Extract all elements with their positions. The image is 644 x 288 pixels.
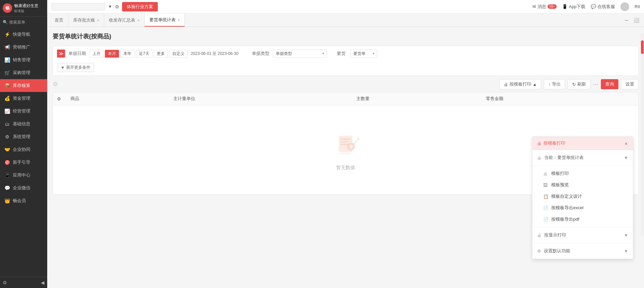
- dropdown-item-template-pdf[interactable]: 📄 按模板导出pdf: [532, 214, 633, 225]
- sidebar-item-finance[interactable]: 💰 资金管理: [0, 92, 47, 105]
- collapse-sidebar-icon[interactable]: ◀: [41, 280, 45, 285]
- date-btn-more[interactable]: 更多: [154, 50, 168, 58]
- sidebar-item-newbie[interactable]: 🎯 新手引导: [0, 156, 47, 169]
- purchase-icon: 🛒: [4, 70, 10, 75]
- date-btn-this-year[interactable]: 本年: [120, 50, 135, 58]
- display-print-item[interactable]: 🖨 按显示打印 ▼: [532, 229, 633, 241]
- trial-btn[interactable]: 体验行业方案: [122, 2, 158, 11]
- tab-close-inventory-batch[interactable]: ×: [97, 18, 99, 22]
- table-settings-icon[interactable]: ⚙: [53, 81, 58, 88]
- tab-order-stats[interactable]: 要货单统计表 ×: [145, 13, 185, 27]
- page-title: 要货单统计表(按商品): [53, 32, 639, 40]
- sidebar-item-marketing[interactable]: 📢 营销推广: [0, 41, 47, 54]
- refresh-btn[interactable]: ↻ 刷新: [568, 79, 590, 89]
- maximize-icon[interactable]: ⬜: [632, 16, 641, 24]
- sidebar-item-basic[interactable]: 🗂 基础信息: [0, 118, 47, 130]
- current-template-arrow: ▼: [624, 155, 628, 160]
- sidebar-item-enterprise[interactable]: 🤝 企业协同: [0, 143, 47, 156]
- export-btn[interactable]: ↑ 导出: [544, 79, 565, 89]
- settings-footer-icon[interactable]: ⚙: [3, 280, 7, 285]
- dropdown-item-template-custom[interactable]: 📋 模板自定义设计: [532, 191, 633, 202]
- topbar-dropdown-arrow[interactable]: ▼: [108, 4, 112, 9]
- refresh-icon: ↻: [572, 82, 576, 87]
- print-dropdown-panel: 🖨 按模板打印 ▲ 🖨 当前：要货单统计表 ▼: [532, 136, 633, 259]
- date-btn-this-month[interactable]: 本月: [105, 50, 119, 58]
- page-content: 要货单统计表(按商品) ≫ 单据日期 上月 本月 本年 近7天 更多 自定义 2…: [47, 27, 644, 288]
- topbar: ▼ ⚙ 体验行业方案 ✉ 消息 99+ 📱 App下载 💬 在线客服 Rit: [47, 0, 644, 13]
- query-btn[interactable]: 查询: [601, 79, 618, 89]
- app-download-item[interactable]: 📱 App下载: [562, 4, 585, 10]
- tab-close-collection-summary[interactable]: ×: [137, 18, 139, 22]
- set-default-item[interactable]: ⚙ 设置默认功能 ▼: [532, 245, 633, 257]
- filter-bar: ≫ 单据日期 上月 本月 本年 近7天 更多 自定义 2023-06-01 至 …: [53, 46, 639, 76]
- sidebar-item-wechat[interactable]: 💬 企业微信: [0, 182, 47, 194]
- expand-more-conditions-btn[interactable]: ▼ 展开更多条件: [57, 63, 94, 72]
- printer-icon: 🖨: [537, 141, 541, 146]
- quick-nav-icon: ⚡: [4, 32, 10, 37]
- filter-date-btns: 上月 本月 本年 近7天 更多 自定义: [89, 50, 187, 58]
- print-btn[interactable]: 🖨 按模板打印 ▲: [499, 79, 541, 89]
- date-btn-7-days[interactable]: 近7天: [136, 50, 152, 58]
- action-bar-left: ⚙: [53, 81, 58, 88]
- scroll-track: [641, 34, 644, 236]
- dropdown-item-template-excel[interactable]: 📄 按模板导出excel: [532, 202, 633, 214]
- marketing-icon: 📢: [4, 44, 10, 50]
- empty-illustration: [332, 129, 359, 161]
- template-excel-icon: 📄: [543, 205, 549, 211]
- date-btn-last-month[interactable]: 上月: [89, 50, 104, 58]
- tab-inventory-batch[interactable]: 库存批次账 ×: [68, 13, 104, 27]
- minimize-icon[interactable]: ─: [623, 16, 630, 24]
- finance-icon: 💰: [4, 96, 10, 101]
- dropdown-close-icon[interactable]: ▲: [624, 141, 628, 146]
- sidebar-item-inventory[interactable]: 📦 库存核算: [0, 79, 47, 92]
- online-service-item[interactable]: 💬 在线客服: [591, 4, 615, 10]
- sidebar-item-purchase[interactable]: 🛒 采购管理: [0, 66, 47, 79]
- topbar-settings-icon[interactable]: ⚙: [115, 4, 119, 9]
- date-btn-custom[interactable]: 自定义: [169, 50, 187, 58]
- current-template-icon: 🖨: [537, 155, 541, 160]
- basic-icon: 🗂: [4, 121, 10, 127]
- tab-collection-summary[interactable]: 收发存汇总表 ×: [104, 13, 144, 27]
- username-text: Rit: [635, 4, 640, 9]
- display-print-arrow: ▼: [624, 233, 628, 238]
- type-select[interactable]: 单据类型 要货单: [273, 50, 327, 58]
- display-print-icon: 🖨: [537, 233, 541, 238]
- sidebar-item-sales[interactable]: 📊 销售管理: [0, 54, 47, 66]
- system-icon: ⚙: [4, 134, 10, 139]
- goods-select[interactable]: 要货单: [350, 50, 377, 58]
- date-filter-label: 单据日期: [68, 51, 86, 57]
- messages-item[interactable]: ✉ 消息 99+: [532, 4, 557, 10]
- sidebar-item-apps[interactable]: 📱 应用中心: [0, 169, 47, 182]
- print-icon: 🖨: [504, 82, 508, 87]
- empty-text: 暂无数据: [336, 165, 355, 171]
- apps-icon: 📱: [4, 172, 10, 178]
- dropdown-item-template-preview[interactable]: 🖼 模板预览: [532, 179, 633, 191]
- sidebar-item-operations[interactable]: 📈 经营管理: [0, 105, 47, 118]
- topbar-search-input[interactable]: [51, 3, 105, 10]
- action-bar-right: 🖨 按模板打印 ▲ ↑ 导出 ↻ 刷新 ··· 查询 设置: [499, 79, 639, 89]
- service-icon: 💬: [591, 4, 596, 9]
- sidebar-search-menu[interactable]: 🔍 搜索菜单: [0, 17, 47, 28]
- col-goods: 商品: [66, 92, 169, 105]
- dropdown-panel-header[interactable]: 🖨 按模板打印 ▲: [532, 137, 633, 150]
- col-qty: 主数量: [352, 92, 482, 105]
- more-actions-icon[interactable]: ···: [593, 81, 598, 88]
- filter-expand-btn[interactable]: ≫: [57, 50, 65, 58]
- tab-close-order-stats[interactable]: ×: [178, 18, 180, 22]
- dropdown-set-default-section: ⚙ 设置默认功能 ▼: [532, 243, 633, 259]
- sales-icon: 📊: [4, 57, 10, 63]
- sidebar-item-system[interactable]: ⚙ 系统管理: [0, 130, 47, 143]
- message-icon: ✉: [532, 4, 536, 9]
- user-avatar[interactable]: [620, 2, 629, 11]
- sidebar-item-quick-nav[interactable]: ⚡ 快捷导航: [0, 28, 47, 41]
- type-select-wrap: 单据类型 要货单: [273, 50, 327, 58]
- sidebar-nav: ⚡ 快捷导航 📢 营销推广 📊 销售管理 🛒 采购管理 📦 库存核算 💰 资金管…: [0, 28, 47, 277]
- current-template-item[interactable]: 🖨 当前：要货单统计表 ▼: [532, 152, 633, 163]
- sidebar-item-member[interactable]: 👑 畅会员: [0, 194, 47, 207]
- scroll-thumb[interactable]: [641, 40, 644, 54]
- settings-btn[interactable]: 设置: [621, 79, 639, 89]
- enterprise-icon: 🤝: [4, 147, 10, 152]
- dropdown-item-template-print[interactable]: 🖨 模板打印: [532, 168, 633, 179]
- tab-home[interactable]: 首页: [50, 13, 68, 27]
- app-download-icon: 📱: [562, 4, 567, 9]
